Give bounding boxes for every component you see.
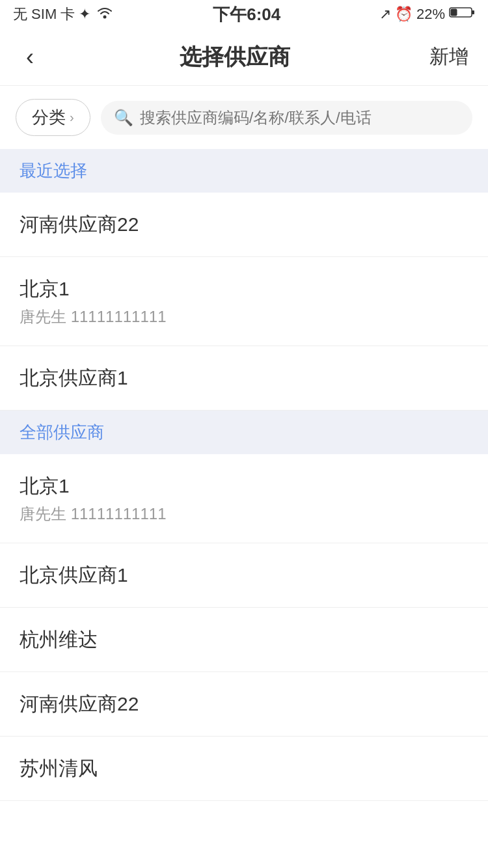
recent-list-item[interactable]: 北京1唐先生 11111111111 — [0, 257, 488, 346]
item-detail: 唐先生 11111111111 — [20, 504, 468, 524]
item-name: 苏州清风 — [20, 755, 468, 782]
item-detail: 唐先生 11111111111 — [20, 306, 468, 327]
item-name: 北京供应商1 — [20, 364, 468, 392]
sim-status: 无 SIM 卡 ✦ — [13, 5, 90, 24]
item-name: 河南供应商22 — [20, 211, 468, 238]
all-section-header: 全部供应商 — [0, 411, 488, 454]
recent-section-label: 最近选择 — [20, 161, 87, 180]
all-list-item[interactable]: 北京供应商1 — [0, 543, 488, 608]
status-left: 无 SIM 卡 ✦ — [13, 5, 114, 24]
all-list-item[interactable]: 苏州清风 — [0, 737, 488, 801]
recent-list-item[interactable]: 河南供应商22 — [0, 193, 488, 257]
all-list-item[interactable]: 河南供应商22 — [0, 672, 488, 737]
alarm-icon: ⏰ — [395, 6, 413, 23]
svg-point-0 — [103, 16, 107, 19]
recent-items-list: 河南供应商22北京1唐先生 11111111111北京供应商1 — [0, 193, 488, 411]
chevron-right-icon: › — [70, 110, 74, 125]
status-right: ↗ ⏰ 22% — [379, 6, 475, 23]
nav-bar: ‹ 选择供应商 新增 — [0, 29, 488, 86]
wifi-icon — [96, 6, 114, 23]
item-name: 杭州维达 — [20, 626, 468, 653]
search-input[interactable] — [140, 109, 459, 127]
status-bar: 无 SIM 卡 ✦ 下午6:04 ↗ ⏰ 22% — [0, 0, 488, 29]
item-name: 河南供应商22 — [20, 690, 468, 718]
add-button[interactable]: 新增 — [429, 44, 468, 70]
svg-rect-3 — [450, 9, 457, 16]
item-name: 北京1 — [20, 472, 468, 500]
filter-bar: 分类 › 🔍 — [0, 86, 488, 149]
all-list-item[interactable]: 杭州维达 — [0, 608, 488, 672]
back-button[interactable]: ‹ — [20, 37, 40, 77]
recent-section-header: 最近选择 — [0, 149, 488, 193]
location-icon: ↗ — [379, 6, 391, 23]
status-time: 下午6:04 — [213, 3, 280, 26]
search-box[interactable]: 🔍 — [101, 101, 472, 135]
all-list-item[interactable]: 北京1唐先生 11111111111 — [0, 454, 488, 543]
recent-list-item[interactable]: 北京供应商1 — [0, 346, 488, 411]
all-items-list: 北京1唐先生 11111111111北京供应商1杭州维达河南供应商22苏州清风 — [0, 454, 488, 801]
category-button[interactable]: 分类 › — [16, 99, 90, 136]
page-title: 选择供应商 — [180, 42, 290, 72]
battery-percent: 22% — [416, 6, 445, 23]
category-label: 分类 — [32, 106, 66, 129]
svg-rect-2 — [472, 10, 474, 14]
all-section-label: 全部供应商 — [20, 422, 104, 442]
search-icon: 🔍 — [114, 109, 133, 127]
battery-icon — [449, 6, 475, 23]
item-name: 北京1 — [20, 275, 468, 303]
item-name: 北京供应商1 — [20, 562, 468, 589]
